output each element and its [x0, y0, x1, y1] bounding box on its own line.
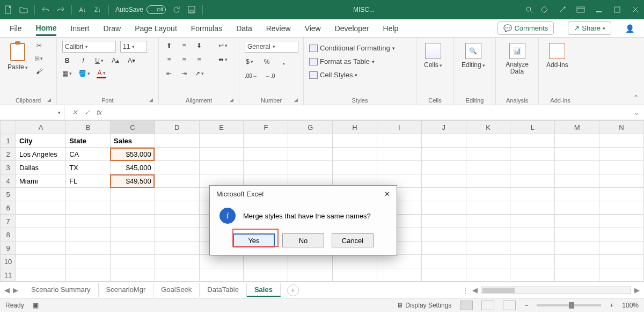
cell-D3[interactable] [155, 161, 199, 174]
cell-A11[interactable] [16, 268, 65, 282]
cell-C10[interactable] [110, 255, 155, 268]
horizontal-scrollbar[interactable] [481, 287, 631, 294]
cell-C8[interactable] [110, 228, 155, 241]
tab-view[interactable]: View [305, 21, 321, 36]
close-icon[interactable] [631, 5, 640, 14]
cell-J10[interactable] [421, 255, 466, 268]
cell-H10[interactable] [333, 255, 377, 268]
tab-review[interactable]: Review [266, 21, 291, 36]
cell-J8[interactable] [421, 228, 466, 241]
cell-K2[interactable] [466, 148, 510, 161]
cell-K3[interactable] [466, 161, 510, 174]
border-button[interactable]: ▦ [62, 69, 72, 78]
cell-K10[interactable] [466, 255, 510, 268]
increase-font-icon[interactable]: A▴ [111, 56, 120, 65]
cell-M1[interactable] [555, 134, 599, 148]
cell-N2[interactable] [599, 148, 644, 161]
fx-icon[interactable]: fx [97, 108, 102, 116]
cell-D6[interactable] [155, 201, 199, 215]
cell-J6[interactable] [421, 201, 466, 215]
cut-icon[interactable]: ✂ [34, 41, 44, 50]
cell-styles-button[interactable]: Cell Styles▾ [309, 70, 357, 80]
cell-D8[interactable] [155, 228, 199, 241]
cell-J11[interactable] [421, 268, 466, 282]
cell-C1[interactable]: Sales [110, 134, 155, 148]
paste-button[interactable]: Paste [5, 41, 30, 73]
col-header-A[interactable]: A [16, 121, 65, 134]
tab-data[interactable]: Data [236, 21, 252, 36]
cell-J7[interactable] [421, 215, 466, 228]
account-icon[interactable]: 👤 [625, 24, 634, 33]
row-header-7[interactable]: 7 [1, 215, 16, 228]
cell-D10[interactable] [155, 255, 199, 268]
cell-A5[interactable] [16, 188, 65, 201]
search-icon[interactable] [525, 5, 533, 14]
expand-formula-icon[interactable]: ⌄ [630, 108, 644, 116]
tab-insert[interactable]: Insert [70, 21, 89, 36]
wand-icon[interactable] [558, 5, 567, 14]
row-header-3[interactable]: 3 [1, 161, 16, 174]
hscroll-left[interactable]: ◀ [472, 286, 478, 294]
view-pagebreak-button[interactable] [503, 301, 516, 310]
font-color-button[interactable]: A [97, 69, 106, 78]
save-icon[interactable] [187, 5, 196, 14]
sort-desc-icon[interactable]: Z↓ [93, 5, 102, 14]
cell-G1[interactable] [288, 134, 333, 148]
align-right-icon[interactable]: ≡ [194, 55, 204, 64]
cell-K11[interactable] [466, 268, 510, 282]
tab-page-layout[interactable]: Page Layout [135, 21, 177, 36]
cell-H1[interactable] [333, 134, 377, 148]
row-header-8[interactable]: 8 [1, 228, 16, 241]
open-file-icon[interactable] [19, 5, 28, 14]
collapse-ribbon-icon[interactable]: ⌃ [633, 94, 639, 101]
cell-K1[interactable] [466, 134, 510, 148]
font-launcher[interactable]: ◢ [149, 97, 153, 103]
underline-button[interactable]: U [94, 56, 104, 65]
dialog-cancel-button[interactable]: Cancel [332, 233, 374, 247]
col-header-H[interactable]: H [333, 121, 377, 134]
tab-draw[interactable]: Draw [103, 21, 121, 36]
cell-N8[interactable] [599, 228, 644, 241]
cell-H11[interactable] [333, 268, 377, 282]
tab-home[interactable]: Home [36, 20, 57, 36]
cell-K4[interactable] [466, 174, 510, 188]
dialog-close-icon[interactable]: ✕ [384, 190, 390, 198]
cell-D9[interactable] [155, 241, 199, 255]
number-format-select[interactable]: General▾ [245, 41, 298, 53]
cell-B7[interactable] [66, 215, 111, 228]
share-button[interactable]: ↗ Share ▾ [568, 21, 611, 35]
col-header-D[interactable]: D [155, 121, 199, 134]
cell-B10[interactable] [66, 255, 111, 268]
cell-C3[interactable]: $45,000 [110, 161, 155, 174]
format-as-table-button[interactable]: Format as Table▾ [309, 56, 375, 67]
cell-B1[interactable]: State [66, 134, 111, 148]
bold-button[interactable]: B [62, 56, 72, 65]
tab-developer[interactable]: Developer [335, 21, 369, 36]
cell-C11[interactable] [110, 268, 155, 282]
cell-C7[interactable] [110, 215, 155, 228]
cell-I10[interactable] [377, 255, 421, 268]
new-file-icon[interactable] [4, 5, 13, 14]
comma-icon[interactable]: , [279, 57, 289, 67]
cell-H3[interactable] [333, 161, 377, 174]
cell-M8[interactable] [555, 228, 599, 241]
cell-L6[interactable] [510, 201, 555, 215]
zoom-slider[interactable] [537, 304, 601, 306]
cell-D7[interactable] [155, 215, 199, 228]
add-sheet-button[interactable]: + [287, 284, 299, 296]
decrease-font-icon[interactable]: A▾ [127, 56, 136, 65]
cell-A4[interactable]: Miami [16, 174, 65, 188]
cell-A8[interactable] [16, 228, 65, 241]
cell-I11[interactable] [377, 268, 421, 282]
decrease-decimal-icon[interactable]: ←.0 [265, 71, 275, 80]
dialog-yes-button[interactable]: Yes [233, 233, 275, 247]
cell-E3[interactable] [199, 161, 244, 174]
tab-file[interactable]: File [10, 21, 22, 36]
cell-N6[interactable] [599, 201, 644, 215]
cell-C4[interactable]: $49,500 [110, 174, 155, 188]
row-header-5[interactable]: 5 [1, 188, 16, 201]
col-header-F[interactable]: F [244, 121, 288, 134]
cell-J3[interactable] [421, 161, 466, 174]
cell-D4[interactable] [155, 174, 199, 188]
cell-F10[interactable] [244, 255, 288, 268]
